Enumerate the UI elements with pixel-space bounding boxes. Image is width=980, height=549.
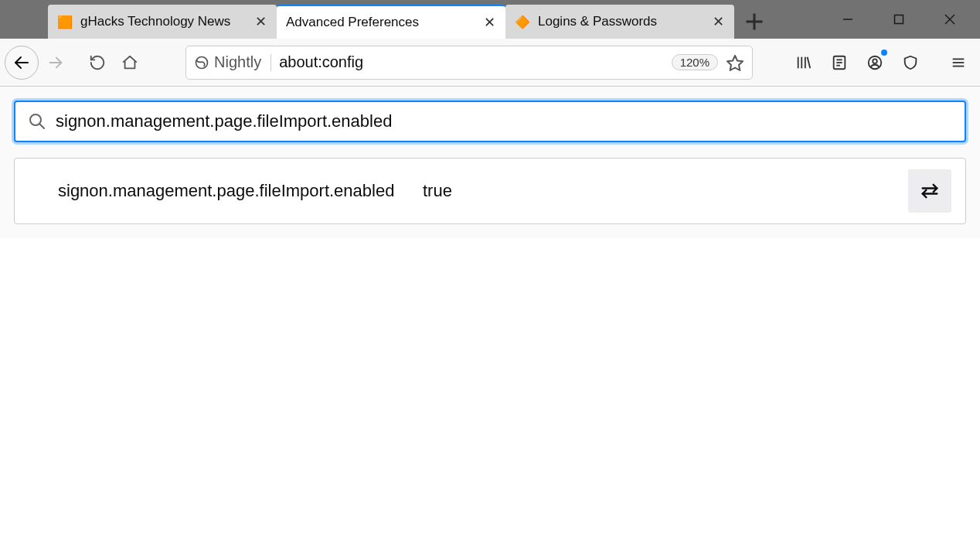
svg-rect-3 xyxy=(895,15,903,24)
app-menu-button[interactable] xyxy=(941,47,975,78)
svg-marker-9 xyxy=(727,56,743,70)
tab-ghacks[interactable]: 🟧 gHacks Technology News ✕ xyxy=(48,5,277,39)
separator xyxy=(271,54,271,71)
preference-row: signon.management.page.fileImport.enable… xyxy=(14,158,966,224)
tab-logins-passwords[interactable]: 🔶 Logins & Passwords ✕ xyxy=(505,5,734,39)
tab-label: gHacks Technology News xyxy=(80,14,244,29)
zoom-indicator[interactable]: 120% xyxy=(672,54,718,70)
spacer xyxy=(0,0,48,39)
preference-name: signon.management.page.fileImport.enable… xyxy=(58,178,413,204)
firefox-account-button[interactable] xyxy=(858,47,892,78)
minimize-button[interactable] xyxy=(822,0,873,39)
identity-box[interactable]: Nightly xyxy=(191,53,279,71)
identity-label: Nightly xyxy=(214,53,261,71)
library-button[interactable] xyxy=(787,47,821,78)
home-button[interactable] xyxy=(114,47,145,78)
favicon-ghacks: 🟧 xyxy=(57,14,73,29)
url-bar[interactable]: Nightly 120% xyxy=(185,46,753,80)
search-icon xyxy=(28,112,46,131)
window-close-button[interactable] xyxy=(924,0,975,39)
tab-advanced-preferences[interactable]: Advanced Preferences ✕ xyxy=(277,5,505,39)
svg-point-19 xyxy=(873,59,877,63)
address-input[interactable] xyxy=(279,53,671,71)
titlebar: 🟧 gHacks Technology News ✕ Advanced Pref… xyxy=(0,0,980,39)
svg-line-24 xyxy=(39,124,44,128)
tracking-protection-button[interactable] xyxy=(893,47,927,78)
tabs-container: 🟧 gHacks Technology News ✕ Advanced Pref… xyxy=(48,5,768,39)
new-tab-button[interactable] xyxy=(740,5,768,39)
firefox-icon xyxy=(194,55,209,70)
page-content: signon.management.page.fileImport.enable… xyxy=(0,87,980,238)
toggle-value-button[interactable] xyxy=(908,169,951,213)
tab-label: Advanced Preferences xyxy=(286,15,473,30)
close-icon[interactable]: ✕ xyxy=(252,13,269,30)
reload-button[interactable] xyxy=(82,47,113,78)
close-icon[interactable]: ✕ xyxy=(481,14,498,31)
swap-icon xyxy=(919,180,941,202)
toolbar-right xyxy=(787,47,975,78)
svg-line-13 xyxy=(808,56,811,68)
preference-value: true xyxy=(423,181,899,201)
favicon-lockwise: 🔶 xyxy=(515,14,530,29)
window-controls xyxy=(822,0,980,39)
config-search-input[interactable] xyxy=(56,111,952,131)
bookmark-star-button[interactable] xyxy=(723,50,747,75)
nav-toolbar: Nightly 120% xyxy=(0,39,980,87)
tab-label: Logins & Passwords xyxy=(538,14,702,29)
maximize-button[interactable] xyxy=(873,0,924,39)
reader-view-button[interactable] xyxy=(822,47,856,78)
back-button[interactable] xyxy=(5,46,39,80)
forward-button[interactable] xyxy=(40,47,71,78)
close-icon[interactable]: ✕ xyxy=(709,13,726,30)
config-search-box[interactable] xyxy=(14,101,966,142)
